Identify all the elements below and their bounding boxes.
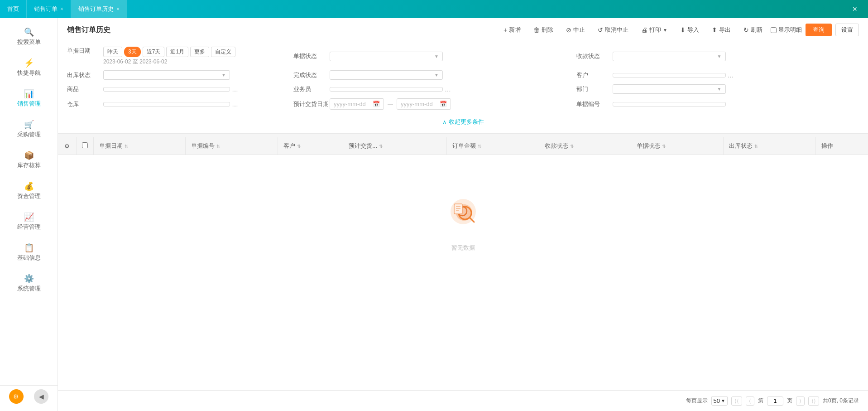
tab-sales-order-close[interactable]: × [60, 6, 63, 12]
date-btn-3days[interactable]: 3天 [124, 47, 141, 57]
receipt-status-arrow-icon: ▼ [717, 54, 722, 59]
warehouse-ellipsis-icon[interactable]: … [230, 101, 240, 108]
cancel-stop-button[interactable]: ↺ 取消中止 [593, 24, 633, 36]
orderno-input[interactable] [613, 102, 726, 106]
sort-icon-date: ⇅ [125, 144, 128, 149]
th-delivery-sort[interactable]: 预计交货... ⇅ [349, 142, 441, 150]
page-unit: 页 [787, 397, 792, 405]
prev-page-button[interactable]: ⟨ [746, 396, 754, 406]
th-amount-sort[interactable]: 订单金额 ⇅ [452, 142, 533, 150]
date-btn-custom[interactable]: 自定义 [211, 47, 235, 57]
th-receipt-status-label: 收款状态 [545, 142, 568, 150]
print-button[interactable]: 🖨 打印 ▼ [637, 24, 672, 36]
filter-area: 单据日期 昨天 3天 近7天 近1月 更多 自定义 2023-06-02 至 2… [58, 41, 868, 134]
department-arrow-icon: ▼ [717, 87, 722, 92]
th-date-sort[interactable]: 单据日期 ⇅ [99, 142, 180, 150]
cancel-stop-label: 取消中止 [605, 26, 628, 34]
sidebar-item-system-mgmt[interactable]: ⚙️ 系统管理 [4, 269, 54, 298]
empty-state-row: 暂无数据 [58, 155, 868, 289]
stop-button[interactable]: ⊘ 中止 [561, 24, 590, 36]
product-input[interactable] [103, 87, 230, 92]
filter-orderno-group: 单据编号 [576, 100, 859, 108]
refresh-button[interactable]: ↻ 刷新 [739, 24, 767, 36]
page-label: 第 [758, 397, 763, 405]
product-ellipsis-icon[interactable]: … [230, 86, 240, 93]
import-button[interactable]: ⬇ 导入 [676, 24, 704, 36]
th-outbound-status-sort[interactable]: 出库状态 ⇅ [729, 142, 810, 150]
completion-status-select[interactable]: ▼ [330, 70, 443, 80]
salesperson-input[interactable] [330, 87, 443, 92]
select-all-checkbox[interactable] [82, 142, 88, 148]
filter-row-2: 出库状态 ▼ 完成状态 ▼ 客户 [67, 70, 859, 80]
delivery-date-to[interactable]: yyyy-mm-dd 📅 [397, 98, 451, 110]
export-icon: ⬆ [712, 26, 717, 34]
show-detail-checkbox-label[interactable]: 显示明细 [771, 26, 802, 34]
first-page-button[interactable]: ⟨⟨ [731, 396, 742, 406]
order-status-select[interactable]: ▼ [330, 52, 443, 61]
tab-home[interactable]: 首页 [0, 0, 27, 18]
date-btn-today[interactable]: 昨天 [103, 47, 122, 57]
date-btn-more[interactable]: 更多 [190, 47, 209, 57]
warehouse-label: 仓库 [67, 100, 103, 108]
sidebar-item-sales-mgmt[interactable]: 📊 销售管理 [4, 84, 54, 113]
warehouse-input[interactable] [103, 102, 230, 106]
outbound-status-select[interactable]: ▼ [103, 70, 230, 80]
delete-button[interactable]: 🗑 删除 [529, 24, 558, 36]
sidebar-item-basic-info[interactable]: 📋 基础信息 [4, 238, 54, 267]
th-order-status-sort[interactable]: 单据状态 ⇅ [637, 142, 718, 150]
th-outbound-status: 出库状态 ⇅ [724, 137, 816, 155]
table-header-row: ⚙ 单据日期 ⇅ 单据编号 [58, 137, 868, 155]
receipt-status-label: 收款状态 [576, 52, 613, 60]
th-settings[interactable]: ⚙ [58, 137, 76, 155]
date-btn-7days[interactable]: 近7天 [143, 47, 165, 57]
sidebar: 🔍 搜索菜单 ⚡ 快捷导航 📊 销售管理 🛒 采购管理 📦 库存核算 💰 资金管… [0, 18, 58, 411]
top-bar-close-icon[interactable]: × [849, 5, 861, 14]
collapse-button[interactable]: ∧ 收起更多条件 [441, 116, 486, 128]
pagination-total-info: 共0页, 0条记录 [823, 397, 859, 405]
settings-col-icon[interactable]: ⚙ [64, 143, 70, 150]
th-order-status-label: 单据状态 [637, 142, 660, 150]
query-button[interactable]: 查询 [806, 24, 832, 36]
tab-sales-order-history-close[interactable]: × [116, 6, 120, 12]
show-detail-checkbox[interactable] [771, 27, 777, 33]
th-no-sort[interactable]: 单据编号 ⇅ [191, 142, 272, 150]
sidebar-item-purchase-mgmt[interactable]: 🛒 采购管理 [4, 115, 54, 144]
sales-mgmt-icon: 📊 [24, 90, 34, 98]
sidebar-settings-btn[interactable]: ⚙ [9, 389, 24, 404]
delivery-date-from[interactable]: yyyy-mm-dd 📅 [330, 98, 384, 110]
export-label: 导出 [719, 26, 731, 34]
customer-input[interactable] [613, 73, 726, 77]
th-receipt-status-sort[interactable]: 收款状态 ⇅ [545, 142, 626, 150]
sidebar-item-search-menu[interactable]: 🔍 搜索菜单 [4, 23, 54, 52]
tab-sales-order-label: 销售订单 [34, 5, 58, 13]
sidebar-item-operation-mgmt[interactable]: 📈 经营管理 [4, 208, 54, 237]
sidebar-item-capital-mgmt[interactable]: 💰 资金管理 [4, 177, 54, 206]
th-operation-label: 操作 [821, 142, 833, 149]
department-select[interactable]: ▼ [613, 84, 726, 94]
th-checkbox[interactable] [76, 137, 93, 155]
per-page-select[interactable]: 50 ▼ [711, 396, 728, 406]
settings-button[interactable]: 设置 [835, 24, 859, 36]
sidebar-expand-btn[interactable]: ◀ [34, 389, 48, 404]
last-page-button[interactable]: ⟩⟩ [808, 396, 819, 406]
page-input[interactable] [767, 396, 783, 406]
salesperson-ellipsis-icon[interactable]: … [443, 86, 453, 93]
tab-sales-order-history[interactable]: 销售订单历史 × [71, 0, 127, 18]
new-button[interactable]: + 新增 [499, 24, 525, 36]
filter-receipt-status-group: 收款状态 ▼ [576, 52, 859, 61]
th-customer-sort[interactable]: 客户 ⇅ [283, 142, 337, 150]
filter-row-3: 商品 … 业务员 … 部门 ▼ [67, 84, 859, 94]
per-page-value: 50 [714, 397, 720, 404]
next-page-button[interactable]: ⟩ [796, 396, 805, 406]
tab-bar: 首页 销售订单 × 销售订单历史 × [0, 0, 849, 18]
sidebar-item-quick-nav[interactable]: ⚡ 快捷导航 [4, 53, 54, 82]
sidebar-item-inventory-check[interactable]: 📦 库存核算 [4, 146, 54, 175]
export-button[interactable]: ⬆ 导出 [707, 24, 735, 36]
sort-icon-delivery: ⇅ [379, 144, 383, 149]
date-btn-1month[interactable]: 近1月 [166, 47, 188, 57]
tab-sales-order[interactable]: 销售订单 × [27, 0, 71, 18]
customer-ellipsis-icon[interactable]: … [726, 72, 736, 79]
receipt-status-select[interactable]: ▼ [613, 52, 726, 61]
filter-row-1: 单据日期 昨天 3天 近7天 近1月 更多 自定义 2023-06-02 至 2… [67, 47, 859, 66]
sidebar-item-label-purchase-mgmt: 采购管理 [17, 131, 41, 139]
